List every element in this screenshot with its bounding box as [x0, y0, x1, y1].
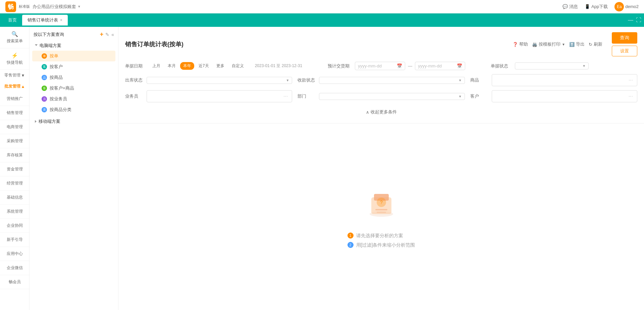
left-panel-header: 按以下方案查询 + ✎ « — [30, 31, 118, 41]
empty-state-illustration: ? — [361, 184, 401, 224]
dept-select[interactable]: ▼ — [319, 93, 465, 100]
scheme-icon-category: 类 — [42, 107, 47, 112]
top-bar-right: 💬 消息 📱 App下载 Ea demo2 — [562, 2, 639, 11]
sidebar: 🔍 搜索菜单 ⚡ 快捷导航 零售管理 ▼ 批发管理 ▲ 营销推广 销售管理 电商… — [0, 27, 30, 310]
btn-group: 查询 设置 — [612, 32, 637, 56]
sidebar-item-sales[interactable]: 销售管理 — [0, 106, 29, 120]
filter-col-salesperson: 业务员 ··· — [125, 90, 292, 102]
filter-row-date: 单据日期 上月 本月 本年 近7天 更多 自定义 2023-01-01 至 20… — [125, 62, 637, 70]
empty-tip-2: 2 用[过滤]条件来缩小分析范围 — [347, 240, 415, 250]
avatar: Ea — [614, 2, 624, 11]
collapse-panel-btn[interactable]: « — [111, 32, 114, 37]
scheme-group-mobile-header[interactable]: 移动端方案 — [32, 116, 115, 126]
sidebar-item-ecommerce[interactable]: 电商管理 — [0, 120, 29, 134]
export-btn[interactable]: ⬆️ 导出 — [569, 41, 585, 47]
date-range-text: 2023-01-01 至 2023-12-31 — [255, 63, 302, 69]
add-scheme-btn[interactable]: + — [100, 31, 104, 38]
collapse-btn[interactable]: ∧ 收起更多条件 — [366, 109, 397, 115]
salesperson-more-icon[interactable]: ··· — [282, 92, 289, 101]
expected-delivery-start[interactable]: yyyy-mm-dd 📅 — [355, 62, 405, 70]
sidebar-item-marketing[interactable]: 营销推广 — [0, 92, 29, 106]
search-button[interactable]: 查询 — [612, 32, 637, 44]
company-dropdown-icon: ▼ — [77, 5, 81, 8]
scheme-item-by-salesperson[interactable]: 员 按业务员 — [32, 94, 115, 104]
scheme-item-by-customer-product[interactable]: 客 按客户+商品 — [32, 83, 115, 94]
message-btn[interactable]: 💬 消息 — [562, 4, 578, 10]
top-bar: 畅 标准版 办公用品行业模拟账套 ▼ 💬 消息 📱 App下载 Ea demo2 — [0, 0, 644, 13]
date-btn-last-month[interactable]: 上月 — [149, 62, 163, 70]
template-print-btn[interactable]: 🖨️ 按模板打印 ▼ — [532, 41, 565, 47]
app-download-btn[interactable]: 📱 App下载 — [585, 4, 608, 10]
scheme-item-by-category[interactable]: 类 按商品分类 — [32, 104, 115, 115]
print-icon: 🖨️ — [532, 42, 537, 47]
sidebar-item-purchase[interactable]: 采购管理 — [0, 134, 29, 148]
sidebar-item-search-menu[interactable]: 🔍 搜索菜单 — [0, 27, 29, 48]
sidebar-item-enterprise[interactable]: 企业协同 — [0, 219, 29, 233]
goods-more-icon[interactable]: ··· — [627, 76, 634, 85]
svg-text:?: ? — [380, 200, 383, 205]
sidebar-item-inventory[interactable]: 库存核算 — [0, 148, 29, 162]
sidebar-item-newbie[interactable]: 新手引导 — [0, 233, 29, 247]
scheme-item-by-customer[interactable]: 客 按客户 — [32, 61, 115, 72]
sidebar-item-basic[interactable]: 基础信息 — [0, 191, 29, 205]
filter-row-person: 业务员 ··· 部门 ▼ — [125, 90, 637, 102]
settings-button[interactable]: 设置 — [612, 46, 637, 56]
content-area: 按以下方案查询 + ✎ « 电脑端方案 单 按单 — [30, 27, 644, 310]
salesperson-input[interactable]: ··· — [147, 90, 292, 102]
scheme-icon-customer-product: 客 — [42, 86, 47, 91]
window-maximize-icon[interactable]: ⛶ — [636, 17, 641, 23]
customer-input-wrapper: ··· — [492, 90, 637, 102]
payment-dropdown-icon: ▼ — [459, 79, 462, 82]
order-status-select[interactable]: ▼ — [515, 62, 589, 69]
filter-col-customer: 客户 ··· — [470, 90, 637, 102]
scheme-item-by-order[interactable]: 单 按单 — [32, 51, 115, 61]
sidebar-item-membership[interactable]: 畅会员 — [0, 275, 29, 289]
filter-actions: ❓ 帮助 🖨️ 按模板打印 ▼ ⬆️ 导出 ↻ — [513, 32, 637, 56]
date-btn-last-7-days[interactable]: 近7天 — [196, 62, 212, 70]
salesperson-label: 业务员 — [125, 93, 144, 99]
tab-close-icon[interactable]: × — [60, 18, 62, 22]
payment-status-select[interactable]: ▼ — [319, 77, 465, 84]
date-btn-this-month[interactable]: 本月 — [165, 62, 179, 70]
message-icon: 💬 — [562, 4, 568, 9]
outbound-status-select[interactable]: ▼ — [147, 77, 292, 84]
filter-title-row: 销售订单统计表(按单) ❓ 帮助 🖨️ 按模板打印 ▼ ⬆️ — [125, 32, 637, 56]
edit-scheme-btn[interactable]: ✎ — [105, 32, 109, 37]
sidebar-item-retail[interactable]: 零售管理 ▼ — [0, 70, 29, 81]
refresh-btn[interactable]: ↻ 刷新 — [589, 41, 602, 47]
customer-more-icon[interactable]: ··· — [627, 92, 634, 101]
filter-bar: 销售订单统计表(按单) ❓ 帮助 🖨️ 按模板打印 ▼ ⬆️ — [118, 27, 644, 123]
sidebar-item-wechat[interactable]: 企业微信 — [0, 261, 29, 275]
wholesale-expand-icon: ▲ — [21, 84, 25, 89]
dept-dropdown-icon: ▼ — [459, 95, 462, 98]
customer-input[interactable]: ··· — [492, 90, 637, 102]
sidebar-item-system[interactable]: 系统管理 — [0, 205, 29, 219]
date-btn-more[interactable]: 更多 — [213, 62, 227, 70]
window-minimize-icon[interactable]: — — [628, 17, 633, 23]
goods-input[interactable]: ··· — [492, 74, 637, 86]
help-btn[interactable]: ❓ 帮助 — [513, 41, 528, 47]
filter-row-status: 出库状态 ▼ 收款状态 ▼ 商品 — [125, 74, 637, 86]
group-expand-icon — [35, 44, 38, 47]
scheme-item-by-product[interactable]: 品 按商品 — [32, 72, 115, 83]
order-status-label: 单据状态 — [491, 63, 509, 69]
scheme-group-desktop-header[interactable]: 电脑端方案 — [32, 41, 115, 51]
goods-input-wrapper: ··· — [492, 74, 637, 86]
top-bar-left: 畅 标准版 办公用品行业模拟账套 ▼ — [5, 1, 81, 12]
svg-rect-5 — [375, 209, 387, 210]
tab-home[interactable]: 首页 — [3, 15, 22, 25]
sidebar-item-quick-nav[interactable]: ⚡ 快捷导航 — [0, 48, 29, 70]
sidebar-item-app-center[interactable]: 应用中心 — [0, 247, 29, 261]
date-btn-custom[interactable]: 自定义 — [229, 62, 247, 70]
user-profile[interactable]: Ea demo2 — [614, 2, 639, 11]
company-selector[interactable]: 办公用品行业模拟账套 ▼ — [33, 4, 81, 10]
date-btn-this-year[interactable]: 本年 — [180, 62, 194, 70]
sidebar-item-wholesale[interactable]: 批发管理 ▲ — [0, 81, 29, 92]
sidebar-item-finance[interactable]: 资金管理 — [0, 162, 29, 176]
dept-label: 部门 — [298, 93, 316, 99]
tab-sales-order-stats[interactable]: 销售订单统计表 × — [22, 15, 68, 25]
expected-delivery-end[interactable]: yyyy-mm-dd 📅 — [415, 62, 465, 70]
scheme-icon-order: 单 — [42, 53, 47, 59]
sidebar-item-operations[interactable]: 经营管理 — [0, 176, 29, 191]
collapse-row: ∧ 收起更多条件 — [125, 106, 637, 118]
